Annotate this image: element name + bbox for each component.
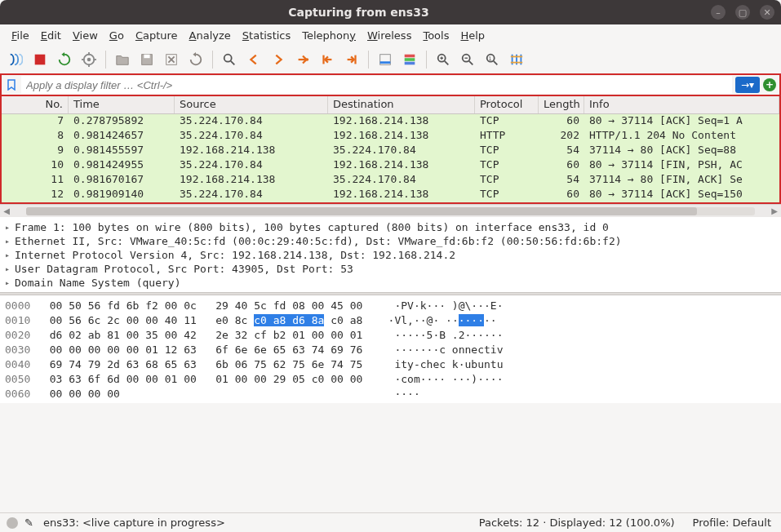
start-capture-button[interactable] [5, 49, 26, 70]
packet-details-pane[interactable]: ▸Frame 1: 100 bytes on wire (800 bits), … [0, 217, 781, 292]
menu-view[interactable]: View [68, 28, 103, 43]
hex-row[interactable]: 0040 69 74 79 2d 63 68 65 63 6b 06 75 62… [5, 357, 776, 372]
menu-statistics[interactable]: Statistics [237, 28, 295, 43]
menu-analyze[interactable]: Analyze [184, 28, 236, 43]
packet-list-header: No. Time Source Destination Protocol Len… [2, 96, 779, 114]
go-last-button[interactable] [341, 49, 362, 70]
zoom-in-button[interactable] [433, 49, 454, 70]
window-minimize-button[interactable]: – [711, 5, 726, 20]
close-file-button[interactable] [161, 49, 182, 70]
go-back-button[interactable] [243, 49, 264, 70]
menu-capture[interactable]: Capture [131, 28, 183, 43]
detail-tree-item[interactable]: ▸Ethernet II, Src: VMware_40:5c:fd (00:0… [5, 234, 776, 248]
menu-telephony[interactable]: Telephony [297, 28, 361, 43]
svg-point-2 [87, 58, 91, 62]
packet-row[interactable]: 120.98190914035.224.170.84192.168.214.13… [2, 188, 779, 202]
col-header-protocol[interactable]: Protocol [475, 96, 539, 113]
status-packets: Packets: 12 · Displayed: 12 (100.0%) [476, 516, 678, 529]
packet-bytes-pane[interactable]: 0000 00 50 56 fd 6b f2 00 0c 29 40 5c fd… [0, 295, 781, 403]
detail-tree-item[interactable]: ▸Internet Protocol Version 4, Src: 192.1… [5, 248, 776, 262]
toolbar-separator [426, 51, 427, 69]
hex-row[interactable]: 0030 00 00 00 00 00 01 12 63 6f 6e 6e 65… [5, 343, 776, 357]
add-filter-button[interactable]: + [763, 78, 776, 91]
hex-row[interactable]: 0010 00 56 6c 2c 00 00 40 11 e0 8c c0 a8… [5, 313, 776, 328]
menu-edit[interactable]: Edit [36, 28, 66, 43]
col-header-info[interactable]: Info [584, 96, 779, 113]
window-titlebar: Capturing from ens33 – ▢ ✕ [0, 0, 781, 24]
zoom-out-button[interactable] [457, 49, 478, 70]
svg-rect-0 [35, 55, 46, 65]
menu-tools[interactable]: Tools [418, 28, 454, 43]
detail-tree-item[interactable]: ▸Frame 1: 100 bytes on wire (800 bits), … [5, 220, 776, 234]
svg-point-14 [306, 58, 309, 61]
svg-rect-20 [405, 58, 415, 61]
capture-options-button[interactable] [78, 49, 100, 70]
menubar: File Edit View Go Capture Analyze Statis… [0, 24, 781, 46]
open-file-button[interactable] [112, 49, 133, 70]
expand-icon: ▸ [5, 248, 15, 262]
auto-scroll-button[interactable] [375, 49, 396, 70]
go-first-button[interactable] [317, 49, 338, 70]
reload-file-button[interactable] [185, 49, 206, 70]
packet-row[interactable]: 100.98142495535.224.170.84192.168.214.13… [2, 158, 779, 173]
detail-tree-item[interactable]: ▸User Datagram Protocol, Src Port: 43905… [5, 262, 776, 276]
restart-capture-button[interactable] [54, 49, 75, 70]
svg-rect-19 [405, 55, 415, 58]
edit-capture-comment-icon[interactable]: ✎ [24, 516, 33, 529]
go-to-packet-button[interactable] [292, 49, 313, 70]
svg-text:1: 1 [489, 55, 492, 61]
window-maximize-button[interactable]: ▢ [735, 5, 750, 20]
menu-go[interactable]: Go [104, 28, 129, 43]
hex-row[interactable]: 0000 00 50 56 fd 6b f2 00 0c 29 40 5c fd… [5, 299, 776, 313]
toolbar-separator [212, 51, 213, 69]
svg-point-12 [224, 55, 232, 62]
col-header-time[interactable]: Time [69, 96, 175, 113]
svg-rect-8 [144, 55, 149, 59]
detail-tree-item[interactable]: ▸Domain Name System (query) [5, 276, 776, 290]
status-profile[interactable]: Profile: Default [690, 516, 774, 529]
zoom-reset-button[interactable]: 1 [481, 49, 503, 70]
svg-rect-21 [405, 62, 415, 65]
main-toolbar: 1 [0, 46, 781, 73]
packet-row[interactable]: 70.27879589235.224.170.84192.168.214.138… [2, 114, 779, 129]
colorize-button[interactable] [399, 49, 420, 70]
col-header-source[interactable]: Source [175, 96, 328, 113]
save-file-button[interactable] [136, 49, 158, 70]
packet-row[interactable]: 90.981455597192.168.214.13835.224.170.84… [2, 144, 779, 158]
apply-filter-button[interactable]: →▾ [735, 77, 760, 93]
hex-row[interactable]: 0060 00 00 00 00 ···· [5, 387, 776, 401]
expert-info-icon[interactable] [7, 517, 18, 529]
expand-icon: ▸ [5, 220, 15, 234]
window-close-button[interactable]: ✕ [760, 5, 774, 20]
packet-list-hscrollbar[interactable]: ◀▶ [0, 204, 781, 217]
expand-icon: ▸ [5, 234, 15, 248]
svg-line-30 [494, 61, 498, 65]
col-header-destination[interactable]: Destination [328, 96, 475, 113]
menu-help[interactable]: Help [455, 28, 490, 43]
go-forward-button[interactable] [268, 49, 289, 70]
packet-row[interactable]: 80.98142465735.224.170.84192.168.214.138… [2, 129, 779, 144]
svg-line-13 [231, 61, 235, 65]
bookmark-icon[interactable] [5, 78, 18, 91]
packet-row[interactable]: 110.981670167192.168.214.13835.224.170.8… [2, 173, 779, 188]
resize-columns-button[interactable] [506, 49, 527, 70]
display-filter-bar: →▾ + [0, 73, 781, 96]
window-title: Capturing from ens33 [7, 6, 711, 19]
find-packet-button[interactable] [219, 49, 240, 70]
packet-list-pane: No. Time Source Destination Protocol Len… [0, 96, 781, 204]
menu-file[interactable]: File [7, 28, 34, 43]
svg-line-23 [445, 61, 449, 65]
svg-line-27 [469, 61, 473, 65]
toolbar-separator [105, 51, 106, 69]
toolbar-separator [368, 51, 369, 69]
expand-icon: ▸ [5, 262, 15, 276]
hex-row[interactable]: 0050 03 63 6f 6d 00 00 01 00 01 00 00 29… [5, 372, 776, 387]
col-header-length[interactable]: Length [539, 96, 584, 113]
hex-row[interactable]: 0020 d6 02 ab 81 00 35 00 42 2e 32 cf b2… [5, 328, 776, 343]
col-header-no[interactable]: No. [2, 96, 69, 113]
menu-wireless[interactable]: Wireless [362, 28, 416, 43]
statusbar: ✎ ens33: <live capture in progress> Pack… [0, 512, 781, 532]
expand-icon: ▸ [5, 276, 15, 290]
stop-capture-button[interactable] [29, 49, 51, 70]
display-filter-input[interactable] [21, 76, 732, 94]
